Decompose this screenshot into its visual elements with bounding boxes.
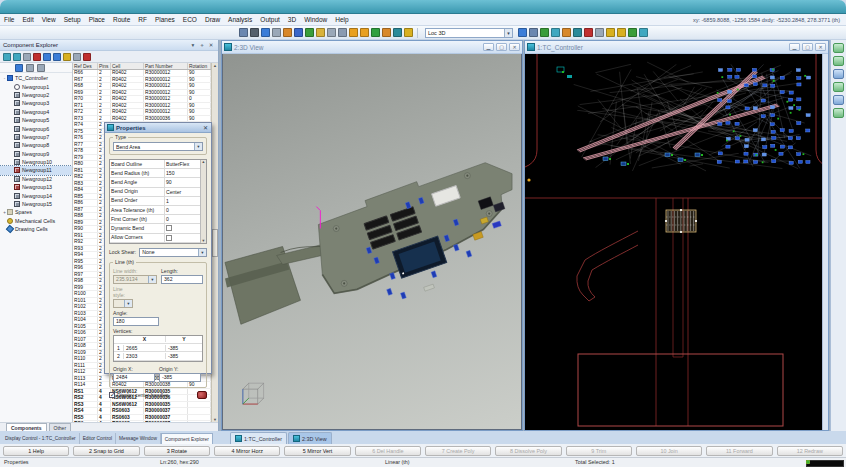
close-icon[interactable]: ✕	[815, 43, 826, 51]
menu-item[interactable]: 3D	[284, 16, 300, 23]
function-key-button[interactable]: 8 Dissolve Poly	[495, 446, 561, 456]
arrow-down-icon[interactable]	[53, 53, 61, 61]
apply-icon[interactable]	[197, 391, 207, 399]
search-icon[interactable]	[250, 28, 259, 37]
chevron-down-icon[interactable]: ▾	[189, 41, 197, 49]
property-value[interactable]: 0	[165, 216, 200, 222]
menu-item[interactable]: File	[0, 16, 18, 23]
chevron-down-icon[interactable]: ▾	[198, 249, 206, 256]
3d-viewport[interactable]	[222, 54, 522, 430]
property-value[interactable]: 1	[165, 198, 200, 204]
property-value[interactable]: Center	[165, 189, 200, 195]
display-handles-checkbox[interactable]	[109, 392, 115, 398]
function-key-button[interactable]: 10 Join	[636, 446, 702, 456]
menu-item[interactable]: Place	[85, 16, 109, 23]
nav-icon[interactable]	[639, 28, 648, 37]
function-key-button[interactable]: 6 Del Handle	[355, 446, 421, 456]
explorer-tab[interactable]: Other	[49, 423, 72, 431]
menu-item[interactable]: Help	[331, 16, 352, 23]
tree-item[interactable]: Newgroup7	[0, 133, 72, 141]
menu-item[interactable]: Edit	[18, 16, 37, 23]
panel-tab[interactable]: Component Explorer	[161, 433, 213, 444]
column-pins[interactable]: Pins	[98, 63, 111, 69]
fit-icon[interactable]	[540, 28, 549, 37]
undo-icon[interactable]	[261, 28, 270, 37]
refresh-icon[interactable]	[628, 28, 637, 37]
column-cell[interactable]: Cell	[111, 63, 144, 69]
tree-item[interactable]: Newgroup10	[0, 158, 72, 166]
angle-input[interactable]: 180	[113, 317, 159, 326]
panel-tab[interactable]: Display Control - 1:TC_Controller	[2, 433, 80, 444]
chevron-down-icon[interactable]: ▾	[504, 29, 512, 37]
view-control-icon[interactable]	[833, 82, 844, 92]
menu-item[interactable]: Analysis	[224, 16, 256, 23]
bend-type-combo[interactable]: Bend Area ▾	[113, 142, 203, 151]
function-key-button[interactable]: 12 Redraw	[777, 446, 843, 456]
hazard-icon[interactable]	[606, 28, 615, 37]
function-key-button[interactable]: 9 Trim	[566, 446, 632, 456]
tree-item[interactable]: Newgroup8	[0, 141, 72, 149]
table-header[interactable]: Ref Des Pins Cell Part Number Rotation	[73, 63, 211, 70]
warning-icon[interactable]	[617, 28, 626, 37]
paste-icon[interactable]	[327, 28, 336, 37]
close-icon[interactable]: ✕	[207, 41, 215, 49]
property-value[interactable]	[165, 235, 200, 241]
menu-item[interactable]: Route	[109, 16, 134, 23]
window-titlebar[interactable]: 2:3D View ▁ ▢ ✕	[222, 41, 522, 54]
close-icon[interactable]: ✕	[203, 124, 209, 131]
menu-item[interactable]: View	[38, 16, 60, 23]
drc-icon[interactable]	[584, 28, 593, 37]
pan-icon[interactable]	[518, 28, 527, 37]
dialog-titlebar[interactable]: Properties ✕	[105, 123, 211, 133]
view-control-icon[interactable]	[833, 69, 844, 79]
collapse-icon[interactable]	[37, 64, 45, 72]
route-icon[interactable]	[393, 28, 402, 37]
checkbox[interactable]	[166, 235, 172, 241]
copy-icon[interactable]	[316, 28, 325, 37]
menu-item[interactable]: Window	[300, 16, 331, 23]
save-icon[interactable]	[239, 28, 248, 37]
vertex-row[interactable]: 1 2665 -385	[114, 344, 202, 352]
layout-viewport[interactable]	[525, 54, 828, 430]
tree-item[interactable]: Mechanical Cells	[0, 217, 72, 225]
pin-icon[interactable]: ⌖	[198, 41, 206, 49]
menu-item[interactable]: Planes	[151, 16, 179, 23]
tune-icon[interactable]	[404, 28, 413, 37]
chevron-down-icon[interactable]: ▾	[194, 143, 202, 150]
tree-item[interactable]: Newgroup6	[0, 124, 72, 132]
minimize-icon[interactable]: ▁	[483, 43, 494, 51]
window-tab[interactable]: 2:3D View	[288, 432, 331, 444]
function-key-button[interactable]: 4 Mirror Horz	[214, 446, 280, 456]
view-control-icon[interactable]	[833, 56, 844, 66]
maximize-icon[interactable]: ▢	[496, 43, 507, 51]
swap-icon[interactable]	[294, 28, 303, 37]
property-value[interactable]: 90	[165, 179, 200, 185]
vertex-row[interactable]: 2 2303 -385	[114, 352, 202, 360]
select-icon[interactable]	[338, 28, 347, 37]
rotate-icon[interactable]	[360, 28, 369, 37]
tree-item[interactable]: Newgroup12	[0, 175, 72, 183]
close-icon[interactable]: ✕	[509, 43, 520, 51]
function-key-button[interactable]: 1 Help	[3, 446, 69, 456]
tree-item[interactable]: Newgroup11	[0, 166, 72, 174]
move-icon[interactable]	[349, 28, 358, 37]
check-icon[interactable]	[573, 28, 582, 37]
push-icon[interactable]	[382, 28, 391, 37]
origin-y-input[interactable]: -385	[159, 373, 201, 382]
panel-header[interactable]: Component Explorer ▾ ⌖ ✕	[0, 40, 218, 51]
align-icon[interactable]	[371, 28, 380, 37]
anchor-icon[interactable]	[33, 53, 41, 61]
tree-item[interactable]: Newgroup14	[0, 191, 72, 199]
tree-item[interactable]: Newgroup3	[0, 99, 72, 107]
checkbox[interactable]	[166, 225, 172, 231]
property-row[interactable]: Allow Corners	[110, 234, 200, 243]
function-key-button[interactable]: 11 Forward	[706, 446, 772, 456]
tree-item[interactable]: Newgroup15	[0, 200, 72, 208]
function-key-button[interactable]: 3 Rotate	[144, 446, 210, 456]
view-control-icon[interactable]	[833, 43, 844, 53]
grid-view-icon[interactable]	[15, 64, 23, 72]
menu-item[interactable]: RF	[134, 16, 151, 23]
explorer-tab[interactable]: Components	[6, 423, 47, 431]
maximize-icon[interactable]: ▢	[802, 43, 813, 51]
menu-item[interactable]: ECO	[179, 16, 201, 23]
